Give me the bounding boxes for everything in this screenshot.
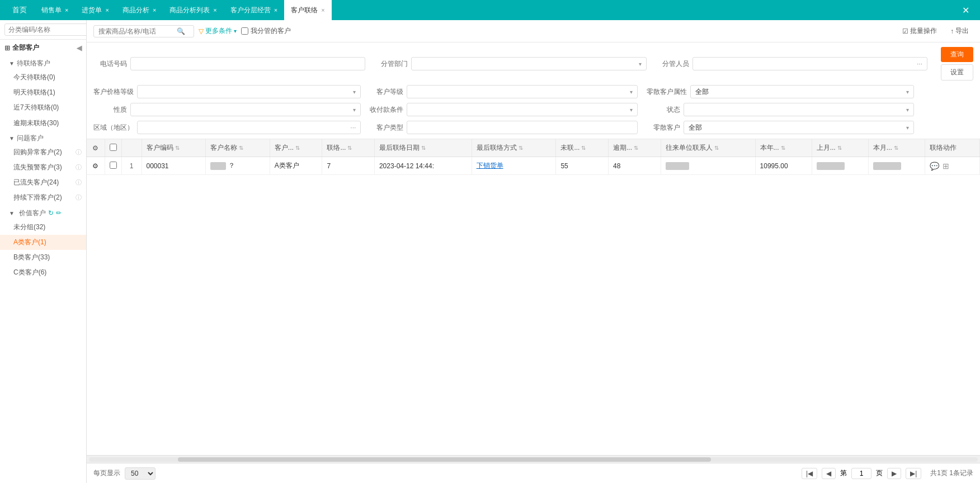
retail-customer-input[interactable] [689, 124, 906, 131]
customer-level-input[interactable] [412, 88, 629, 96]
scrollbar-thumb[interactable] [178, 457, 711, 462]
customer-level-dropdown[interactable]: ▾ [630, 89, 633, 95]
manager-ellipsis-icon[interactable]: ··· [917, 60, 922, 68]
sidebar-item-b-class[interactable]: B类客户(33) [0, 250, 86, 265]
filter-input-customer-level[interactable]: ▾ [407, 85, 637, 98]
status-dropdown[interactable]: ▾ [906, 107, 909, 113]
col-code[interactable]: 客户编码⇅ [142, 139, 206, 157]
row-checkbox[interactable] [105, 157, 121, 175]
close-tab-analysis-list[interactable]: × [213, 7, 216, 13]
filter-input-payment[interactable]: ▾ [407, 103, 637, 116]
filter-search-input[interactable] [98, 27, 177, 35]
nav-tab-purchase[interactable]: 进货单 × [75, 0, 115, 20]
page-last-btn[interactable]: ▶| [906, 468, 921, 479]
retail-attr-dropdown[interactable]: ▾ [906, 89, 909, 95]
nav-home[interactable]: 首页 [4, 0, 35, 20]
filter-input-customer-type[interactable] [407, 121, 637, 134]
nav-tab-salesorder[interactable]: 销售单 × [35, 0, 75, 20]
price-level-input[interactable] [142, 88, 353, 96]
filter-input-phone[interactable] [130, 57, 365, 70]
nature-dropdown[interactable]: ▾ [353, 107, 356, 113]
retail-customer-dropdown[interactable]: ▾ [906, 125, 909, 131]
sidebar-group-value[interactable]: ▼ 价值客户 ↻ ✏ [0, 206, 86, 220]
row-gear[interactable]: ⚙ [87, 157, 105, 175]
filter-input-manager[interactable]: ··· [692, 57, 927, 70]
select-all-checkbox[interactable] [110, 144, 117, 151]
close-tab-purchase[interactable]: × [105, 7, 109, 13]
col-contacts[interactable]: 联络...⇅ [322, 139, 375, 157]
app-close-button[interactable]: ✕ [955, 0, 976, 20]
export-btn[interactable]: ↑ 导出 [946, 25, 973, 37]
sidebar-item-abnormal-repurchase[interactable]: 回购异常客户(2) ⓘ [0, 145, 86, 160]
customer-type-input[interactable] [412, 124, 632, 131]
chat-action-icon[interactable]: 💬 [930, 162, 939, 171]
manager-input[interactable] [698, 60, 917, 68]
sidebar-group-problem[interactable]: ▼ 问题客户 [0, 131, 86, 145]
contact-method-link[interactable]: 下销货单 [477, 162, 503, 169]
sidebar-item-c-class[interactable]: C类客户(6) [0, 265, 86, 280]
dept-input[interactable] [416, 60, 638, 68]
nature-input[interactable] [135, 106, 353, 113]
close-tab-analysis[interactable]: × [153, 7, 156, 13]
col-type[interactable]: 客户...⇅ [270, 139, 322, 157]
close-tab-customer-tier[interactable]: × [274, 7, 277, 13]
nav-tab-customer-contact[interactable]: 客户联络 × [284, 0, 331, 20]
sidebar-collapse-btn[interactable]: ◀ [77, 44, 82, 52]
sidebar-item-churned[interactable]: 已流失客户(24) ⓘ [0, 175, 86, 190]
sidebar-item-overdue-contact[interactable]: 逾期未联络(30) [0, 116, 86, 131]
col-last-contact-method[interactable]: 最后联络方式⇅ [472, 139, 556, 157]
filter-input-price-level[interactable]: ▾ [137, 85, 361, 98]
col-this-year[interactable]: 本年...⇅ [755, 139, 812, 157]
col-last-contact-date[interactable]: 最后联络日期⇅ [374, 139, 472, 157]
sidebar-group-pending[interactable]: ▼ 待联络客户 [0, 56, 86, 70]
col-this-month[interactable]: 本月...⇅ [868, 139, 925, 157]
sidebar-search-input[interactable] [4, 23, 87, 36]
scrollbar-track[interactable] [89, 457, 978, 462]
col-overdue[interactable]: 逾期...⇅ [609, 139, 661, 157]
sidebar-item-ungroup[interactable]: 未分组(32) [0, 220, 86, 235]
filter-more-btn[interactable]: ▽ 更多条件 ▾ [199, 26, 237, 36]
query-button[interactable]: 查询 [941, 47, 973, 62]
region-input[interactable] [142, 124, 350, 131]
row-select-checkbox[interactable] [110, 162, 117, 169]
nav-tab-analysis[interactable]: 商品分析 × [116, 0, 163, 20]
region-ellipsis[interactable]: ··· [350, 124, 356, 131]
filter-search-icon[interactable]: 🔍 [177, 27, 185, 35]
phone-input[interactable] [135, 60, 360, 68]
filter-input-retail-customer[interactable]: ▾ [684, 121, 914, 134]
sidebar-item-declining[interactable]: 持续下滑客户(2) ⓘ [0, 190, 86, 205]
sidebar-item-a-class[interactable]: A类客户(1) [0, 235, 86, 250]
col-unit-contacts[interactable]: 往来单位联系人⇅ [661, 139, 755, 157]
page-prev-btn[interactable]: ◀ [822, 468, 836, 479]
nav-tab-customer-tier[interactable]: 客户分层经营 × [224, 0, 284, 20]
edit-icon[interactable]: ✏ [56, 209, 62, 217]
close-tab-customer-contact[interactable]: × [321, 7, 324, 13]
my-customers-checkbox[interactable]: 我分管的客户 [241, 26, 291, 36]
col-last-month[interactable]: 上月...⇅ [812, 139, 868, 157]
filter-input-region[interactable]: ··· [137, 121, 361, 134]
payment-dropdown[interactable]: ▾ [630, 107, 633, 113]
sidebar-item-7day-contact[interactable]: 近7天待联络(0) [0, 100, 86, 115]
payment-input[interactable] [412, 106, 629, 113]
close-tab-salesorder[interactable]: × [65, 7, 68, 13]
qr-action-icon[interactable]: ⊞ [943, 162, 949, 171]
sidebar-item-tomorrow-contact[interactable]: 明天待联络(1) [0, 85, 86, 100]
filter-input-retail-attr[interactable]: ▾ [690, 85, 914, 98]
page-first-btn[interactable]: |◀ [802, 468, 817, 479]
sidebar-all-customers[interactable]: ⊞ 全部客户 ◀ [0, 40, 86, 56]
filter-input-nature[interactable]: ▾ [130, 103, 361, 116]
retail-attr-input[interactable] [695, 88, 906, 96]
filter-input-status[interactable]: ▾ [684, 103, 914, 116]
status-input[interactable] [689, 106, 906, 113]
horizontal-scrollbar[interactable] [87, 455, 980, 463]
col-gear[interactable]: ⚙ [87, 139, 105, 157]
my-customers-check[interactable] [241, 27, 248, 35]
refresh-icon[interactable]: ↻ [48, 209, 54, 217]
sidebar-item-churn-warning[interactable]: 流失预警客户(3) ⓘ [0, 160, 86, 175]
nav-tab-analysis-list[interactable]: 商品分析列表 × [163, 0, 223, 20]
filter-input-dept[interactable]: ▾ [411, 57, 646, 70]
batch-btn[interactable]: ☑ 批量操作 [898, 25, 941, 37]
row-last-contact-method[interactable]: 下销货单 [472, 157, 556, 175]
col-checkbox[interactable] [105, 139, 121, 157]
page-next-btn[interactable]: ▶ [887, 468, 901, 479]
